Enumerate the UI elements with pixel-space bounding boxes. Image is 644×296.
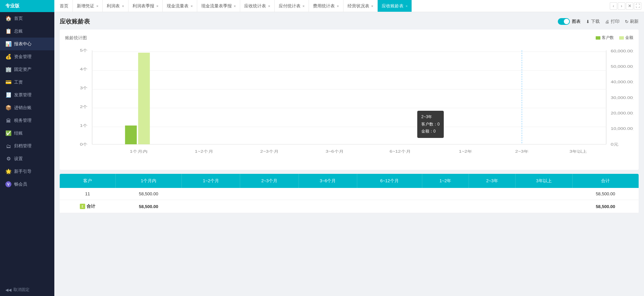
sidebar-item-salary[interactable]: 💳 工资 [0, 76, 54, 89]
header-actions: 图表 ⬇ 下载 🖨 打印 ↻ 刷新 [558, 18, 639, 25]
tab-close-cashflow-quarter[interactable]: × [234, 4, 236, 8]
page-header: 应收账龄表 图表 ⬇ 下载 🖨 打印 ↻ 刷新 [60, 17, 639, 26]
print-button[interactable]: 🖨 打印 [605, 18, 620, 24]
legend-amount: 金额 [619, 35, 633, 41]
chart-svg: 0个 1个 2个 3个 4个 5个 0元 10,000.00元 20,000.0… [65, 44, 633, 164]
tab-close-ap-stat[interactable]: × [303, 4, 305, 8]
tab-expense[interactable]: 费用统计表 × [309, 0, 343, 12]
sidebar-label-tax: 税务管理 [14, 117, 32, 124]
sidebar-item-ledger[interactable]: 📋 总账 [0, 25, 54, 38]
bar-count-0 [125, 126, 137, 144]
sidebar-label-vip: 畅会员 [14, 181, 27, 187]
home-icon: 🏠 [5, 15, 11, 21]
sidebar-label-home: 首页 [14, 15, 23, 21]
cell-m12 [182, 188, 240, 200]
tab-close-profit-quarter[interactable]: × [156, 4, 158, 8]
tab-ap-stat[interactable]: 应付统计表 × [275, 0, 309, 12]
asset-icon: 🏢 [5, 66, 11, 72]
tab-ar-aging[interactable]: 应收账龄表 × [378, 0, 412, 12]
total-m612 [357, 200, 422, 213]
content-area: 应收账龄表 图表 ⬇ 下载 🖨 打印 ↻ 刷新 [54, 12, 644, 296]
total-label-text: 合计 [87, 203, 95, 209]
table-total-row: Σ 合计 58,500.00 58,500.00 [60, 200, 639, 213]
refresh-button[interactable]: ↻ 刷新 [625, 18, 639, 24]
tab-home[interactable]: 首页 [56, 0, 73, 12]
sidebar-item-stock[interactable]: 📦 进销台账 [0, 101, 54, 114]
sidebar-item-report[interactable]: 📊 报表中心 [0, 38, 54, 50]
tab-close-ar-stat[interactable]: × [268, 4, 270, 8]
total-total: 58,500.00 [572, 200, 639, 213]
tab-fullscreen-button[interactable]: ⛶ [634, 2, 641, 10]
tab-profit[interactable]: 利润表 × [103, 0, 128, 12]
svg-text:1~2个月: 1~2个月 [195, 149, 213, 154]
sidebar-item-asset[interactable]: 🏢 固定资产 [0, 63, 54, 76]
tab-close-expense[interactable]: × [337, 4, 339, 8]
svg-text:3年以上: 3年以上 [570, 149, 587, 154]
tab-close-ar-aging[interactable]: × [406, 4, 408, 8]
cell-y12 [422, 188, 469, 200]
svg-text:2个: 2个 [80, 105, 88, 109]
sidebar-item-tax[interactable]: 🏛 税务管理 [0, 114, 54, 127]
sidebar-item-fund[interactable]: 💰 资金管理 [0, 50, 54, 63]
sidebar-item-home[interactable]: 🏠 首页 [0, 12, 54, 25]
tab-close-cashflow[interactable]: × [191, 4, 193, 8]
tab-close-profit[interactable]: × [122, 4, 124, 8]
col-m1: 1个月内 [115, 174, 182, 188]
print-icon: 🖨 [605, 19, 609, 24]
download-button[interactable]: ⬇ 下载 [586, 18, 600, 24]
chart-toggle[interactable]: 图表 [558, 18, 581, 25]
total-m36 [299, 200, 357, 213]
legend-label-count: 客户数 [602, 35, 614, 41]
sidebar-item-guide[interactable]: 🌟 新手引导 [0, 165, 54, 178]
sidebar: 专业版 🏠 首页 📋 总账 📊 报表中心 💰 资金管理 🏢 固定资产 💳 工资 … [0, 0, 54, 296]
sidebar-item-settle[interactable]: ✅ 结账 [0, 127, 54, 140]
chart-legend: 客户数 金额 [596, 35, 633, 41]
col-y12: 1~2年 [422, 174, 469, 188]
tab-cashflow[interactable]: 现金流量表 × [163, 0, 197, 12]
tab-biz-status[interactable]: 经营状况表 × [343, 0, 378, 12]
total-label-cell: Σ 合计 [60, 200, 115, 213]
tab-profit-quarter[interactable]: 利润表季报 × [128, 0, 163, 12]
col-m23: 2~3个月 [240, 174, 299, 188]
tax-icon: 🏛 [5, 118, 11, 124]
main-content: 首页 新增凭证 × 利润表 × 利润表季报 × 现金流量表 × 现金流量表季报 … [54, 0, 644, 296]
tab-cashflow-quarter[interactable]: 现金流量表季报 × [197, 0, 240, 12]
tab-close-biz-status[interactable]: × [371, 4, 373, 8]
sidebar-label-report: 报表中心 [14, 41, 32, 47]
tab-close-all-button[interactable]: ✕ [626, 2, 633, 10]
svg-text:1个月内: 1个月内 [130, 149, 147, 154]
fund-icon: 💰 [5, 54, 11, 60]
col-customer: 客户 [60, 174, 115, 188]
cell-m1: 58,500.00 [115, 188, 182, 200]
cell-y23 [469, 188, 515, 200]
svg-text:1个: 1个 [80, 124, 88, 128]
svg-text:0元: 0元 [611, 142, 619, 147]
svg-text:4个: 4个 [80, 67, 88, 71]
tab-prev-button[interactable]: ‹ [610, 2, 617, 10]
table-header-row: 客户 1个月内 1~2个月 2~3个月 3~6个月 6~12个月 1~2年 2~… [60, 174, 639, 188]
svg-text:10,000.00元: 10,000.00元 [611, 127, 633, 131]
toggle-thumb [564, 19, 569, 24]
sidebar-label-salary: 工资 [14, 79, 23, 85]
tab-nav-buttons: ‹ › ✕ ⛶ [608, 2, 643, 10]
svg-text:0个: 0个 [80, 142, 88, 147]
tab-next-button[interactable]: › [618, 2, 625, 10]
sidebar-item-invoice[interactable]: 🧾 发票管理 [0, 89, 54, 101]
tab-close-voucher[interactable]: × [96, 4, 98, 8]
col-m36: 3~6个月 [299, 174, 357, 188]
table-card: 客户 1个月内 1~2个月 2~3个月 3~6个月 6~12个月 1~2年 2~… [60, 174, 639, 213]
sidebar-unpin[interactable]: ◀◀ 取消固定 [0, 284, 54, 296]
table-row: 11 58,500.00 58,500.00 [60, 188, 639, 200]
report-icon: 📊 [5, 41, 11, 47]
tab-ar-stat[interactable]: 应收统计表 × [240, 0, 274, 12]
legend-color-count [596, 36, 600, 40]
toggle-track[interactable] [558, 18, 570, 25]
chart-title: 账龄统计图 [65, 35, 633, 41]
sidebar-item-settings[interactable]: ⚙ 设置 [0, 152, 54, 165]
svg-text:2~3年: 2~3年 [515, 149, 529, 154]
sidebar-item-vip[interactable]: V 畅会员 [0, 178, 54, 191]
sidebar-item-archive[interactable]: 🗂 归档管理 [0, 140, 54, 152]
aging-table: 客户 1个月内 1~2个月 2~3个月 3~6个月 6~12个月 1~2年 2~… [60, 174, 639, 213]
sidebar-label-asset: 固定资产 [14, 66, 32, 72]
tab-voucher[interactable]: 新增凭证 × [73, 0, 103, 12]
